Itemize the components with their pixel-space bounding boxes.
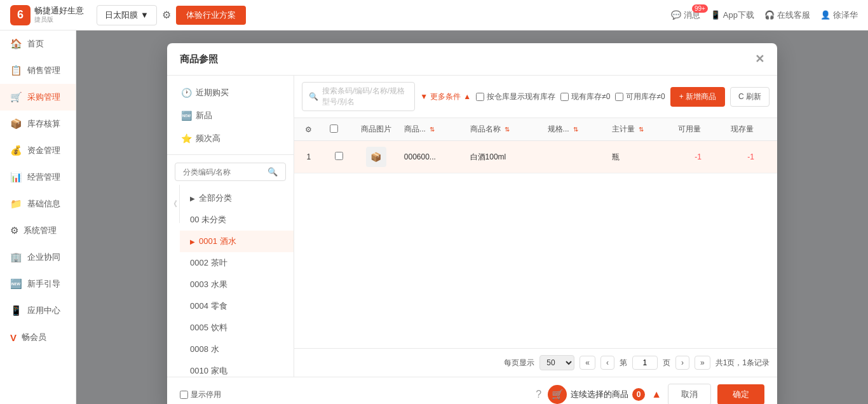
per-page-select[interactable]: 50100200	[539, 355, 574, 370]
tree-label-cat0008: 0008 水	[190, 344, 219, 355]
th-code[interactable]: 商品... ⇅	[398, 118, 464, 141]
sidebar-item-home[interactable]: 🏠 首页	[0, 30, 76, 57]
online-service-label: 在线客服	[777, 10, 810, 21]
tab-new[interactable]: 🆕 新品	[175, 105, 286, 126]
sort-spec-icon: ⇅	[573, 126, 578, 133]
help-icon[interactable]: ?	[536, 389, 541, 400]
available-stock-label: 可用库存≠0	[626, 91, 665, 102]
last-page-button[interactable]: »	[695, 356, 710, 370]
quick-tabs: 🕐 近期购买 🆕 新品 ⭐ 频次高	[167, 76, 294, 151]
tree-label-cat0010: 0010 家电	[190, 365, 227, 377]
left-inner: 《 ▶ 全部分类 00 未分类 ▶	[167, 185, 294, 377]
row-checkbox[interactable]	[335, 152, 343, 160]
sidebar-item-finance[interactable]: 💰 资金管理	[0, 137, 76, 164]
tree-label-cat0005: 0005 饮料	[190, 322, 227, 333]
category-search-box[interactable]: 🔍	[175, 163, 286, 181]
th-unit[interactable]: 主计量 ⇅	[606, 118, 672, 141]
logo-name: 畅捷通好生意	[34, 6, 84, 16]
user-nav[interactable]: 👤 徐泽华	[820, 10, 858, 21]
product-search-box[interactable]: 🔍 搜索条码/编码/名称/规格型号/别名	[302, 82, 415, 111]
tree-item-cat00[interactable]: 00 未分类	[180, 209, 294, 231]
sidebar-item-enterprise[interactable]: 🏢 企业协同	[0, 244, 76, 271]
product-toolbar: 🔍 搜索条码/编码/名称/规格型号/别名 ▼ 更多条件 ▲ 按仓库显示现有库存	[294, 76, 777, 118]
sales-icon: 📋	[10, 65, 22, 76]
product-table: ⚙ 商品图片 商品... ⇅ 商品名称	[294, 118, 777, 173]
home-icon: 🏠	[10, 38, 22, 50]
tree-item-cat0001[interactable]: ▶ 0001 酒水	[180, 231, 294, 252]
has-stock-checkbox[interactable]	[560, 93, 569, 101]
pagination: 每页显示 50100200 « ‹ 第 页 › » 共1页，1条记录	[294, 348, 777, 377]
sidebar-label-apps: 应用中心	[27, 305, 60, 316]
gear-icon[interactable]: ⚙	[162, 9, 171, 21]
table-row[interactable]: 1 📦 000600... 白酒100ml 瓶	[294, 141, 777, 173]
top-nav: 6 畅捷通好生意 捷员版 日太阳膜 ▼ ⚙ 体验行业方案 💬 消息 99+ 📱 …	[0, 0, 868, 30]
sidebar-item-inventory[interactable]: 📦 库存核算	[0, 111, 76, 137]
th-spec[interactable]: 规格... ⇅	[541, 118, 606, 141]
sidebar-item-sales[interactable]: 📋 销售管理	[0, 57, 76, 84]
collapse-up-icon[interactable]: ▲	[651, 389, 661, 400]
tab-frequent[interactable]: ⭐ 频次高	[175, 128, 286, 149]
sort-code-icon: ⇅	[430, 126, 435, 133]
tree-item-cat0008[interactable]: 0008 水	[180, 339, 294, 360]
sidebar-item-member[interactable]: V 畅会员	[0, 324, 76, 351]
tab-recent-label: 近期购买	[196, 87, 229, 98]
show-disabled-checkbox[interactable]	[180, 391, 188, 399]
sidebar-item-purchase[interactable]: 🛒 采购管理	[0, 84, 76, 111]
tree-item-cat0010[interactable]: 0010 家电	[180, 360, 294, 377]
th-name[interactable]: 商品名称 ⇅	[464, 118, 541, 141]
category-search-input[interactable]	[183, 168, 264, 177]
th-gear[interactable]: ⚙	[294, 118, 323, 141]
show-disabled-text: 显示停用	[191, 389, 221, 400]
td-checkbox[interactable]	[323, 141, 355, 173]
available-stock-checkbox-label[interactable]: 可用库存≠0	[615, 91, 665, 102]
tab-recent[interactable]: 🕐 近期购买	[175, 82, 286, 104]
modal-title: 商品参照	[180, 53, 218, 65]
messages-nav[interactable]: 💬 消息 99+	[671, 10, 700, 21]
refresh-button[interactable]: C 刷新	[730, 87, 770, 107]
by-warehouse-checkbox[interactable]	[476, 93, 484, 101]
by-warehouse-label: 按仓库显示现有库存	[487, 91, 555, 102]
cancel-button[interactable]: 取消	[668, 384, 711, 404]
collapse-button[interactable]: 《	[167, 185, 180, 223]
select-all-checkbox[interactable]	[330, 125, 338, 133]
system-icon: ⚙	[10, 225, 18, 236]
td-available: -1	[672, 141, 724, 173]
arrow-icon-0001: ▶	[190, 238, 195, 245]
by-warehouse-checkbox-label[interactable]: 按仓库显示现有库存	[476, 91, 555, 102]
confirm-button[interactable]: 确定	[717, 384, 764, 404]
sidebar-item-apps[interactable]: 📱 应用中心	[0, 297, 76, 324]
has-stock-checkbox-label[interactable]: 现有库存≠0	[560, 91, 610, 102]
nav-dropdown[interactable]: 日太阳膜 ▼	[97, 5, 157, 25]
prev-page-button[interactable]: ‹	[600, 356, 614, 370]
filter-label: 更多条件	[430, 91, 461, 102]
page-number-input[interactable]	[632, 356, 658, 370]
more-filter-button[interactable]: ▼ 更多条件 ▲	[420, 91, 471, 102]
sidebar-item-operation[interactable]: 📊 经营管理	[0, 164, 76, 191]
star-icon: ⭐	[181, 133, 192, 144]
first-page-button[interactable]: «	[580, 356, 595, 370]
tree-item-cat0003[interactable]: 0003 水果	[180, 274, 294, 295]
sidebar-item-system[interactable]: ⚙ 系统管理	[0, 217, 76, 244]
finance-icon: 💰	[10, 145, 22, 156]
tree-item-all[interactable]: ▶ 全部分类	[180, 187, 294, 209]
td-stock: -1	[724, 141, 777, 173]
sidebar-item-basic[interactable]: 📁 基础信息	[0, 191, 76, 217]
has-stock-label: 现有库存≠0	[571, 91, 610, 102]
available-stock-checkbox[interactable]	[615, 93, 623, 101]
tree-item-cat0005[interactable]: 0005 饮料	[180, 317, 294, 339]
trial-button[interactable]: 体验行业方案	[176, 6, 246, 25]
online-service-nav[interactable]: 🎧 在线客服	[764, 10, 810, 21]
add-product-button[interactable]: + 新增商品	[670, 87, 725, 107]
show-disabled-label[interactable]: 显示停用	[180, 389, 221, 400]
sidebar-label-finance: 资金管理	[27, 145, 60, 156]
tree-item-cat0004[interactable]: 0004 零食	[180, 295, 294, 317]
cart-area: 🛒 连续选择的商品 0	[548, 385, 645, 404]
modal-close-button[interactable]: ✕	[755, 52, 764, 66]
app-download-nav[interactable]: 📱 App下载	[710, 10, 754, 21]
member-icon: V	[10, 332, 17, 343]
tree-item-cat0002[interactable]: 0002 茶叶	[180, 252, 294, 274]
layout: 🏠 首页 📋 销售管理 🛒 采购管理 📦 库存核算 💰 资金管理 📊 经营管理 …	[0, 30, 868, 404]
sidebar-item-guide[interactable]: 🆕 新手引导	[0, 271, 76, 297]
th-checkbox[interactable]	[323, 118, 355, 141]
next-page-button[interactable]: ›	[675, 356, 689, 370]
